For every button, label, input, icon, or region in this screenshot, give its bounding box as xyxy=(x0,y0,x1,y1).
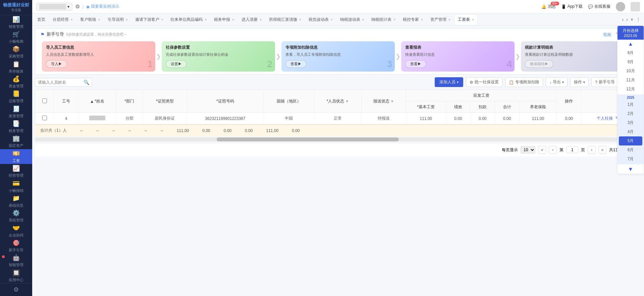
tab-close-contact[interactable]: × xyxy=(98,18,100,22)
tab-tax-report[interactable]: 税务申报× xyxy=(210,14,238,25)
tab-close-income[interactable]: × xyxy=(299,18,301,22)
tab-close-layered[interactable]: × xyxy=(71,18,73,22)
tab-close-payroll[interactable]: × xyxy=(472,18,474,22)
step-3-btn[interactable]: 查看▶ xyxy=(285,60,307,68)
sidebar-item-ai[interactable]: 🤖 智能管理 xyxy=(0,253,32,268)
scrollbar-thumb[interactable] xyxy=(217,137,398,141)
tab-next-button[interactable]: › xyxy=(626,16,629,23)
sidebar-item-ledger[interactable]: 📒 总账管理 xyxy=(0,89,32,104)
tab-close-burden[interactable]: × xyxy=(331,18,333,22)
tab-guide[interactable]: 引导说明× xyxy=(104,14,131,25)
message-button[interactable]: 🔔 消息 99+ xyxy=(541,4,556,9)
newbie-guide-button[interactable]: ? 新手引导 xyxy=(591,77,619,87)
month-item-4[interactable]: 4月 xyxy=(618,127,644,136)
sidebar-item-assets[interactable]: 🏢 固定资产 xyxy=(0,134,32,149)
month-item-10[interactable]: 10月 xyxy=(618,67,644,76)
tab-close-asset[interactable]: × xyxy=(448,18,450,22)
tab-close-tax[interactable]: × xyxy=(232,18,234,22)
social-insurance-button[interactable]: ⚙ 统一社保设置 xyxy=(466,77,502,87)
tab-payroll[interactable]: 工资表× xyxy=(454,14,478,25)
settings-button[interactable]: ⚙ xyxy=(0,283,32,296)
month-item-6[interactable]: 6月 xyxy=(618,145,644,155)
personal-insurance-link[interactable]: 个人社保 xyxy=(597,116,613,121)
month-item-8[interactable]: 8月 xyxy=(618,48,644,57)
sidebar-item-ecommerce[interactable]: 🛒 小畅电商 xyxy=(0,30,32,45)
tab-tax-expert[interactable]: 税控专家× xyxy=(399,14,427,25)
page-input[interactable] xyxy=(566,146,578,153)
tab-close-stat[interactable]: × xyxy=(393,18,395,22)
page-prev-prev-button[interactable]: « xyxy=(538,146,546,154)
tab-product-code[interactable]: 往来单位商品编码× xyxy=(167,14,210,25)
tab-invite[interactable]: 邀请下游客户× xyxy=(131,14,167,25)
row-checkbox[interactable] xyxy=(42,116,47,120)
horizontal-scrollbar[interactable] xyxy=(35,137,641,141)
add-person-button[interactable]: 添加人员 ▾ xyxy=(435,77,463,87)
month-item-3[interactable]: 3月 xyxy=(618,118,644,127)
special-deduction-button[interactable]: 📋 专项附加扣除 xyxy=(505,77,543,87)
tab-asset-mgmt[interactable]: 资产管理× xyxy=(427,14,454,25)
search-input[interactable] xyxy=(38,80,82,85)
select-all-checkbox[interactable] xyxy=(42,98,47,103)
export-button[interactable]: ↓ 导出 ▾ xyxy=(546,77,568,87)
tab-home[interactable]: 首页 xyxy=(34,14,49,25)
tab-tax-burden[interactable]: 税负波动表× xyxy=(305,14,336,25)
sidebar-item-payroll[interactable]: 💴 工资 xyxy=(0,149,32,164)
sidebar-item-system[interactable]: ⚙️ 系统管理 xyxy=(0,209,32,223)
tab-close-guide[interactable]: × xyxy=(126,18,128,22)
tab-close-wave[interactable]: × xyxy=(362,18,364,22)
sidebar-item-expense[interactable]: 💳 小畅报销 xyxy=(0,179,32,194)
sidebar-item-finance[interactable]: 💰 资金管理 xyxy=(0,75,32,89)
page-prev-button[interactable]: ‹ xyxy=(549,146,557,154)
step-5-btn[interactable]: 敬请期待▶ xyxy=(525,60,553,68)
tab-menu-button[interactable]: ⋮ xyxy=(635,16,641,23)
tab-contact[interactable]: 客户联络× xyxy=(76,14,104,25)
month-item-11[interactable]: 11月 xyxy=(618,76,644,85)
month-item-2[interactable]: 2月 xyxy=(618,109,644,118)
search-icon[interactable]: 🔍 xyxy=(84,80,89,85)
sidebar-item-sales[interactable]: 📊 销售管理 xyxy=(0,15,32,30)
step-4-btn[interactable]: 查看▶ xyxy=(405,60,426,68)
company-selector[interactable]: ▾ xyxy=(36,3,72,11)
tab-income-tax[interactable]: 所得税汇算清缴× xyxy=(265,14,305,25)
status-filter-icon[interactable]: ▼ xyxy=(345,99,349,103)
tab-close-clearance[interactable]: × xyxy=(260,18,262,22)
month-item-5[interactable]: 5月 xyxy=(619,136,642,145)
send-filter-icon[interactable]: ▼ xyxy=(390,99,394,103)
page-next-next-button[interactable]: » xyxy=(598,146,606,154)
operation-button[interactable]: 操作 ▾ xyxy=(570,77,589,87)
tab-close-all-button[interactable]: × xyxy=(630,16,634,23)
user-avatar[interactable] xyxy=(616,2,625,11)
sidebar-item-operations[interactable]: 📈 经营管理 xyxy=(0,164,32,179)
sidebar-item-guide[interactable]: 🎯 新手引导 xyxy=(0,239,32,253)
video-link[interactable]: 视频 xyxy=(603,32,611,38)
tab-close-expert[interactable]: × xyxy=(421,18,423,22)
month-prev-button[interactable]: ▲ xyxy=(628,41,633,47)
month-item-9[interactable]: 9月 xyxy=(618,57,644,67)
month-item-12[interactable]: 12月 xyxy=(618,85,644,94)
page-next-button[interactable]: › xyxy=(588,146,596,154)
online-service-button[interactable]: 💬 在线客服 xyxy=(588,4,610,9)
sidebar-item-purchase[interactable]: 📦 采购管理 xyxy=(0,45,32,59)
tab-tax-wave[interactable]: 纳税波动表× xyxy=(336,14,368,25)
sidebar-item-tax[interactable]: 📑 税务管理 xyxy=(0,119,32,134)
sidebar-item-invoice[interactable]: 🧾 发票管理 xyxy=(0,104,32,119)
tab-close-invite[interactable]: × xyxy=(161,18,163,22)
tab-tax-stat[interactable]: 纳税统计表× xyxy=(368,14,399,25)
sidebar-item-inventory[interactable]: 📋 库存核算 xyxy=(0,60,32,75)
month-item-1[interactable]: 1月 xyxy=(618,100,644,109)
tab-prev-button[interactable]: ‹ xyxy=(621,16,624,23)
demo-link[interactable]: ◉ 我要看实例演示 xyxy=(86,4,119,9)
app-download-button[interactable]: 📱 App下载 xyxy=(561,4,583,9)
month-next-button[interactable]: ▼ xyxy=(628,166,633,172)
tab-clearance[interactable]: 进入清册× xyxy=(238,14,265,25)
step-2-btn[interactable]: 设置▶ xyxy=(166,60,187,68)
sidebar-item-collab[interactable]: 🤝 企业协同 xyxy=(0,223,32,238)
sidebar-item-basic-info[interactable]: 📁 基础信息 xyxy=(0,194,32,209)
settings-icon[interactable]: ⚙ xyxy=(75,3,80,10)
user-menu-button[interactable] xyxy=(631,2,640,11)
tab-layered[interactable]: 分层经营× xyxy=(49,14,76,25)
step-1-btn[interactable]: 导入▶ xyxy=(46,60,67,68)
per-page-select[interactable]: 10 20 50 xyxy=(521,146,535,154)
month-item-7[interactable]: 7月 xyxy=(618,155,644,164)
sidebar-item-app-center[interactable]: 🔲 应用中心 xyxy=(0,268,32,283)
